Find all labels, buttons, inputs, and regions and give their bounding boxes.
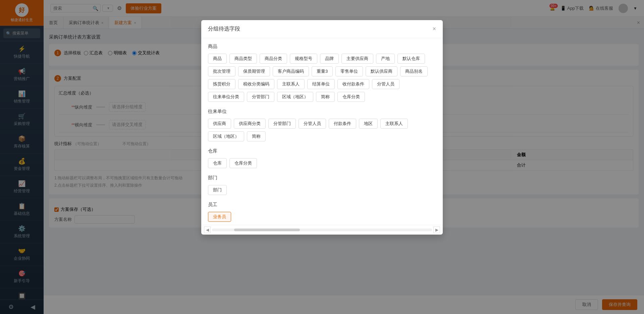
field-tag-region[interactable]: 区域（地区） [277, 92, 313, 102]
field-tag-main-contact[interactable]: 主联系人 [277, 79, 305, 89]
field-tag-weight3[interactable]: 重量3 [312, 66, 333, 76]
field-tag-region2[interactable]: 地区 [359, 119, 378, 129]
field-tag-mgmt-dept2[interactable]: 分管部门 [268, 119, 296, 129]
field-tag-salesperson[interactable]: 业务员 [208, 212, 231, 222]
field-tag-short-name[interactable]: 简称 [316, 92, 335, 102]
field-tag-warehouse-cat[interactable]: 仓库分类 [229, 158, 257, 168]
field-tag-customer-code[interactable]: 客户商品编码 [273, 66, 309, 76]
warehouse-section: 仓库 仓库 仓库分类 [208, 148, 436, 168]
staff-field-grid: 业务员 [208, 212, 436, 222]
partner-section: 往来单位 供应商 供应商分类 分管部门 分管人员 付款条件 地区 主联系人 区域… [208, 109, 436, 141]
partner-section-title: 往来单位 [208, 109, 436, 115]
product-field-grid: 商品 商品类型 商品分类 规格型号 品牌 主要供应商 产地 默认仓库 批次管理 … [208, 54, 436, 102]
staff-section-title: 员工 [208, 202, 436, 208]
staff-section: 员工 业务员 [208, 202, 436, 222]
field-tag-payment-cond[interactable]: 付款条件 [329, 119, 356, 129]
field-select-modal: 分组待选字段 × 商品 商品 商品类型 商品分类 规格型号 品牌 主要供应商 产… [201, 20, 443, 235]
field-tag-default-warehouse[interactable]: 默认仓库 [397, 54, 425, 64]
warehouse-field-grid: 仓库 仓库分类 [208, 158, 436, 168]
field-tag-warehouse[interactable]: 仓库 [208, 158, 227, 168]
field-tag-mgmt-staff[interactable]: 分管人员 [299, 119, 326, 129]
modal-header: 分组待选字段 × [201, 20, 443, 38]
field-tag-product-type[interactable]: 商品类型 [229, 54, 257, 64]
field-tag-settlement-unit[interactable]: 结算单位 [307, 79, 335, 89]
scroll-right-button[interactable]: ▶ [433, 227, 440, 233]
field-tag-spec-type[interactable]: 规格型号 [290, 54, 317, 64]
dept-section-title: 部门 [208, 175, 436, 181]
field-tag-main-contact2[interactable]: 主联系人 [380, 119, 408, 129]
field-tag-expiry-mgmt[interactable]: 保质期管理 [238, 66, 270, 76]
modal-title: 分组待选字段 [208, 25, 240, 33]
field-tag-product-category[interactable]: 商品分类 [260, 54, 287, 64]
field-tag-product[interactable]: 商品 [208, 54, 227, 64]
field-tag-src-unit-category[interactable]: 往来单位分类 [208, 92, 244, 102]
field-tag-short-name2[interactable]: 简称 [247, 131, 266, 141]
scroll-thumb [234, 229, 300, 231]
field-tag-main-supplier[interactable]: 主要供应商 [341, 54, 373, 64]
modal-overlay: 分组待选字段 × 商品 商品 商品类型 商品分类 规格型号 品牌 主要供应商 产… [0, 0, 644, 314]
field-tag-supplier-category[interactable]: 供应商分类 [234, 119, 266, 129]
partner-field-grid: 供应商 供应商分类 分管部门 分管人员 付款条件 地区 主联系人 区域（地区） … [208, 119, 436, 141]
field-tag-manager[interactable]: 分管人员 [372, 79, 399, 89]
field-tag-product-alias[interactable]: 商品别名 [400, 66, 428, 76]
field-tag-region3[interactable]: 区域（地区） [208, 131, 244, 141]
warehouse-section-title: 仓库 [208, 148, 436, 154]
field-tag-retail-unit[interactable]: 零售单位 [335, 66, 363, 76]
product-section: 商品 商品 商品类型 商品分类 规格型号 品牌 主要供应商 产地 默认仓库 批次… [208, 44, 436, 102]
field-tag-mgmt-dept[interactable]: 分管部门 [247, 92, 274, 102]
field-tag-origin[interactable]: 产地 [376, 54, 395, 64]
field-tag-pick-points[interactable]: 拣货积分 [208, 79, 235, 89]
department-section: 部门 部门 [208, 175, 436, 195]
modal-hscroll-bar[interactable]: ◀ ▶ [201, 225, 443, 235]
field-tag-batch-mgmt[interactable]: 批次管理 [208, 66, 235, 76]
field-tag-brand[interactable]: 品牌 [320, 54, 339, 64]
dept-field-grid: 部门 [208, 185, 436, 195]
field-tag-dept[interactable]: 部门 [208, 185, 227, 195]
modal-body[interactable]: 商品 商品 商品类型 商品分类 规格型号 品牌 主要供应商 产地 默认仓库 批次… [201, 38, 443, 225]
horizontal-scrollbar[interactable] [212, 229, 432, 231]
product-section-title: 商品 [208, 44, 436, 50]
scroll-left-button[interactable]: ◀ [204, 227, 211, 233]
modal-close-button[interactable]: × [432, 25, 436, 33]
field-tag-default-supplier[interactable]: 默认供应商 [366, 66, 397, 76]
field-tag-warehouse-category[interactable]: 仓库分类 [337, 92, 365, 102]
field-tag-payment-terms[interactable]: 收付款条件 [337, 79, 369, 89]
field-tag-tax-code[interactable]: 税收分类编码 [238, 79, 274, 89]
field-tag-supplier[interactable]: 供应商 [208, 119, 231, 129]
